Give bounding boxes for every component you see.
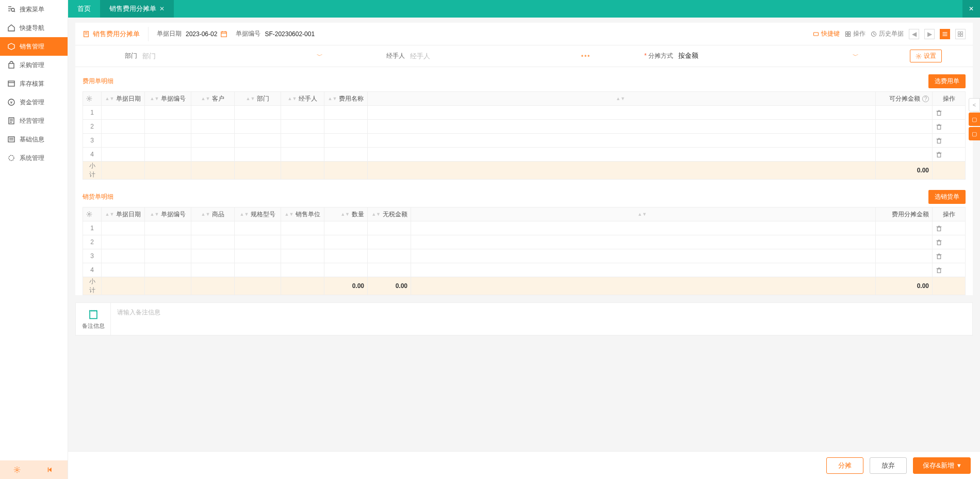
close-icon[interactable]: ✕	[159, 5, 165, 12]
svg-rect-67	[90, 311, 97, 318]
table-row[interactable]: 2	[83, 235, 966, 249]
trash-icon[interactable]	[936, 239, 962, 246]
action-shortcut[interactable]: 快捷键	[813, 29, 840, 38]
note-icon	[88, 309, 99, 320]
doc-date-field: 单据日期 2023-06-02	[157, 29, 227, 38]
sidebar-item-label: 库存核算	[20, 79, 44, 88]
col-sales-alloc[interactable]: 费用分摊金额	[876, 207, 933, 221]
allocate-button[interactable]: 分摊	[826, 457, 863, 474]
nav-prev[interactable]: ◀	[909, 29, 919, 39]
table-row[interactable]: 3	[83, 249, 966, 263]
sidebar-item-quick-nav[interactable]: 快捷导航	[0, 19, 68, 37]
svg-line-4	[14, 11, 15, 12]
column-settings[interactable]	[83, 207, 102, 221]
action-history[interactable]: 历史单据	[871, 29, 904, 38]
ellipsis-icon[interactable]: •••	[581, 53, 591, 60]
col-expense-handler[interactable]: ▲▼经手人	[281, 92, 324, 106]
doc-date-value[interactable]: 2023-06-02	[186, 30, 217, 38]
table-row[interactable]: 1	[83, 221, 966, 235]
method-input[interactable]	[678, 50, 853, 62]
view-list[interactable]	[940, 29, 950, 39]
svg-rect-39	[961, 34, 963, 36]
right-side-tabs: < ▢ ▢	[969, 98, 980, 141]
sidebar-item-inventory[interactable]: 库存核算	[0, 74, 68, 93]
remark-input[interactable]	[111, 303, 972, 335]
table-row[interactable]: 1	[83, 106, 966, 120]
document-title: 销售费用分摊单	[83, 27, 149, 41]
dept-input[interactable]	[142, 50, 317, 62]
col-sales-date[interactable]: ▲▼单据日期	[102, 207, 145, 221]
col-expense-allocatable[interactable]: 可分摊金额?	[876, 92, 933, 106]
trash-icon[interactable]	[936, 151, 962, 158]
sidebar-item-system[interactable]: 系统管理	[0, 149, 68, 167]
trash-icon[interactable]	[936, 123, 962, 130]
search-list-icon	[7, 5, 15, 13]
chevron-down-icon[interactable]: ﹀	[317, 52, 323, 60]
table-row[interactable]: 4	[83, 263, 966, 277]
col-sales-product[interactable]: ▲▼商品	[191, 207, 235, 221]
calendar-icon[interactable]	[220, 30, 227, 38]
side-tab-1[interactable]: ▢	[969, 113, 980, 126]
trash-icon[interactable]	[936, 137, 962, 144]
help-icon[interactable]: ?	[922, 95, 929, 102]
trash-icon[interactable]	[936, 109, 962, 116]
svg-rect-58	[937, 241, 941, 245]
chevron-down-icon[interactable]: ﹀	[853, 52, 859, 60]
method-label: *分摊方式	[642, 52, 673, 60]
document-icon	[83, 30, 90, 38]
sidebar-item-basic-info[interactable]: 基础信息	[0, 130, 68, 149]
col-expense-name[interactable]: ▲▼费用名称	[324, 92, 368, 106]
col-expense-dept[interactable]: ▲▼部门	[235, 92, 281, 106]
sidebar-item-business[interactable]: 经营管理	[0, 111, 68, 130]
col-sales-notax[interactable]: ▲▼无税金额	[368, 207, 411, 221]
trash-icon[interactable]	[936, 253, 962, 260]
sidebar-item-purchase[interactable]: 采购管理	[0, 56, 68, 74]
col-sales-spec[interactable]: ▲▼规格型号	[235, 207, 281, 221]
remark-side: 备注信息	[76, 303, 111, 335]
settings-button[interactable]: 设置	[910, 50, 942, 62]
svg-rect-29	[848, 31, 851, 34]
side-tab-ghost[interactable]: <	[969, 98, 980, 111]
table-row[interactable]: 4	[83, 148, 966, 162]
view-grid[interactable]	[955, 29, 966, 39]
nav-next[interactable]: ▶	[924, 29, 935, 39]
trash-icon[interactable]	[936, 267, 962, 274]
footer-collapse[interactable]	[34, 460, 68, 479]
col-expense-blank[interactable]: ▲▼	[368, 92, 876, 106]
svg-rect-51	[937, 153, 941, 157]
document-title-text: 销售费用分摊单	[93, 29, 140, 39]
handler-input[interactable]	[410, 50, 581, 62]
info-icon	[7, 135, 15, 143]
sidebar-item-label: 采购管理	[20, 61, 44, 70]
col-expense-number[interactable]: ▲▼单据编号	[145, 92, 191, 106]
col-expense-date[interactable]: ▲▼单据日期	[102, 92, 145, 106]
tab-sales-expense-allocation[interactable]: 销售费用分摊单 ✕	[100, 0, 174, 18]
col-sales-unit[interactable]: ▲▼销售单位	[281, 207, 324, 221]
tabs-close-all[interactable]: ✕	[962, 0, 980, 18]
tab-home[interactable]: 首页	[68, 0, 100, 18]
trash-icon[interactable]	[936, 225, 962, 232]
select-expense-button[interactable]: 选费用单	[928, 74, 966, 88]
sidebar-item-search-menu[interactable]: 搜索菜单	[0, 0, 68, 19]
select-sales-button[interactable]: 选销货单	[928, 190, 966, 204]
col-expense-customer[interactable]: ▲▼客户	[191, 92, 235, 106]
remark-label: 备注信息	[82, 322, 105, 330]
action-operate[interactable]: 操作	[845, 29, 865, 38]
table-row[interactable]: 3	[83, 134, 966, 148]
col-sales-number[interactable]: ▲▼单据编号	[145, 207, 191, 221]
sidebar-item-sales[interactable]: 销售管理	[0, 37, 68, 56]
sidebar-item-finance[interactable]: ¥ 资金管理	[0, 93, 68, 111]
doc-number-value: SF-20230602-001	[265, 30, 315, 38]
table-row[interactable]: 2	[83, 120, 966, 134]
dept-label: 部门	[106, 52, 137, 60]
bag-icon	[7, 61, 15, 69]
col-sales-qty[interactable]: ▲▼数量	[324, 207, 368, 221]
side-tab-2[interactable]: ▢	[969, 127, 980, 140]
footer-settings[interactable]	[0, 460, 34, 479]
document-header: 销售费用分摊单 单据日期 2023-06-02 单据编号 SF-20230602…	[75, 23, 973, 45]
col-sales-blank[interactable]: ▲▼	[411, 207, 876, 221]
column-settings[interactable]	[83, 92, 102, 106]
money-icon: ¥	[7, 98, 15, 106]
save-and-new-button[interactable]: 保存&新增 ▾	[913, 457, 971, 474]
discard-button[interactable]: 放弃	[870, 457, 907, 474]
